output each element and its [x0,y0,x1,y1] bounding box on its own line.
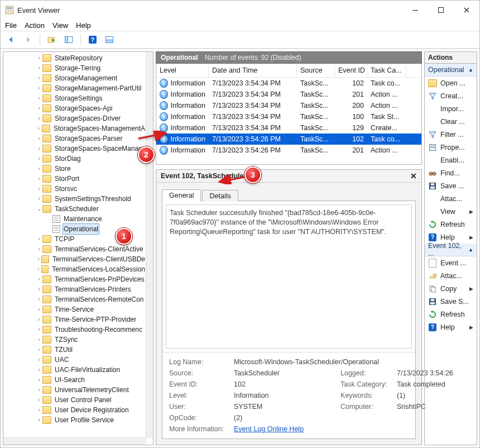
tree-node[interactable]: ›Troubleshooting-Recommenc [3,325,146,335]
tree-node[interactable]: ›UI-Search [3,375,146,385]
grid-body[interactable]: iInformation7/13/2023 3:54:34 PMTaskSc..… [156,78,421,164]
tree-node[interactable]: ›TerminalServices-ClientActive [3,244,146,254]
moreinfo-link[interactable]: Event Log Online Help [234,425,304,433]
actions-item[interactable]: Filter ... [425,128,477,141]
expand-toggle[interactable]: › [36,134,42,144]
actions-item[interactable]: Attac... [425,192,477,205]
menu-help[interactable]: Help [76,21,91,30]
table-row[interactable]: iInformation7/13/2023 3:54:34 PMTaskSc..… [156,100,421,111]
tree-node[interactable]: ›StorageManagement [3,73,146,83]
event-grid[interactable]: Level Date and Time Source Event ID Task… [156,64,422,165]
tree-node[interactable]: ›User Control Panel [3,395,146,405]
tree-node[interactable]: ›StorageSpaces-SpaceManag [3,144,146,154]
tree-node[interactable]: ›StorageSettings [3,93,146,103]
actions-item[interactable]: View▶ [425,205,477,218]
table-row[interactable]: iInformation7/13/2023 3:54:34 PMTaskSc..… [156,122,421,134]
expand-toggle[interactable]: › [36,113,42,123]
show-tree-button[interactable] [45,32,59,47]
expand-toggle[interactable]: › [36,244,42,254]
tree-node[interactable]: ›Time-Service-PTP-Provider [3,314,146,325]
actions-item[interactable]: Save S... [425,295,477,308]
expand-toggle[interactable]: › [36,375,42,385]
actions-item[interactable]: Clear ... [425,115,477,128]
tree-node[interactable]: ›StorPort [3,174,146,184]
column-level[interactable]: Level [156,64,209,77]
actions-item[interactable]: Find... [425,166,477,179]
maximize-button[interactable] [428,1,454,20]
expand-toggle[interactable]: › [36,385,42,395]
expand-toggle[interactable]: › [36,355,42,365]
tree-node[interactable]: ›UniversalTelemetryClient [3,385,146,395]
expand-toggle[interactable]: › [36,184,42,194]
actions-item[interactable]: Enabl... [425,154,477,166]
table-row[interactable]: iInformation7/13/2023 3:54:26 PMTaskSc..… [156,134,421,145]
tree-node[interactable]: ›TZSync [3,335,146,345]
tree-node[interactable]: ›StorageSpaces-Driver [3,113,146,123]
help-button[interactable]: ? [85,32,100,47]
actions-item[interactable]: Save ... [425,179,477,192]
tree-node[interactable]: ›UAC-FileVirtualization [3,365,146,375]
expand-toggle[interactable]: › [36,264,41,274]
actions-item[interactable]: Attac... [425,269,477,282]
expand-toggle[interactable]: › [36,395,42,405]
table-row[interactable]: iInformation7/13/2023 3:54:34 PMTaskSc..… [156,111,421,122]
tree-node[interactable]: ⌄TaskScheduler [3,204,146,214]
column-category[interactable]: Task Ca... [367,64,406,77]
expand-toggle[interactable]: › [36,325,42,335]
tab-general[interactable]: General [162,189,201,201]
column-datetime[interactable]: Date and Time [209,64,297,77]
tree-node[interactable]: ›TerminalServices-RemoteCon [3,294,146,304]
back-button[interactable] [4,32,18,47]
tree-node[interactable]: ›TerminalServices-LocalSession [3,264,146,274]
tree-node[interactable]: ›StorageSpaces-Api [3,103,146,113]
menu-action[interactable]: Action [25,21,45,30]
expand-toggle[interactable]: › [36,103,42,113]
expand-toggle[interactable]: › [36,274,42,284]
menu-file[interactable]: File [5,21,17,30]
tree-view[interactable]: ›StateRepository›Storage-Tiering›Storage… [3,52,146,438]
actions-section-operational[interactable]: Operational ▲ [425,64,477,77]
expand-toggle[interactable]: › [36,53,42,63]
expand-toggle[interactable]: › [36,194,42,204]
actions-item[interactable]: Prope... [425,141,477,154]
expand-toggle[interactable]: ⌄ [36,204,42,214]
actions-section-event[interactable]: Event 102, ... ▲ [425,244,477,256]
tree-node[interactable]: ›UAC [3,355,146,365]
tree-node[interactable]: Maintenance [3,214,146,224]
expand-toggle[interactable]: › [36,314,42,325]
expand-toggle[interactable]: › [36,365,42,375]
scroll-down-button[interactable]: ▼ [146,431,153,438]
expand-toggle[interactable]: › [36,93,42,103]
expand-toggle[interactable]: › [36,284,42,294]
pane-toggle-button[interactable] [61,32,76,47]
detail-close-button[interactable]: ✕ [410,171,417,180]
tree-node[interactable]: ›User Device Registration [3,405,146,415]
tree-node[interactable]: ›TerminalServices-ClientUSBDe [3,254,146,264]
tree-node[interactable]: ›StateRepository [3,53,146,63]
actions-item[interactable]: Open ... [425,77,477,89]
tree-node[interactable]: ›StorDiag [3,154,146,164]
minimize-button[interactable] [402,1,428,20]
expand-toggle[interactable]: › [36,335,42,345]
actions-item[interactable]: Event ... [425,256,477,269]
actions-item[interactable]: Refresh [425,308,477,321]
table-row[interactable]: iInformation7/13/2023 3:54:26 PMTaskSc..… [156,145,421,156]
expand-toggle[interactable]: › [36,73,42,83]
actions-item[interactable]: Copy▶ [425,282,477,295]
tree-node[interactable]: ›User Profile Service [3,415,146,425]
title-bar[interactable]: Event Viewer [1,1,479,20]
tree-node[interactable]: ›TerminalServices-PnPDevices [3,274,146,284]
expand-toggle[interactable]: › [36,415,42,425]
expand-toggle[interactable]: › [36,254,41,264]
expand-toggle[interactable]: › [36,174,42,184]
expand-toggle[interactable]: › [36,144,42,154]
expand-toggle[interactable]: › [36,345,42,355]
expand-toggle[interactable]: › [36,164,42,174]
tree-node[interactable]: ›TerminalServices-Printers [3,284,146,294]
expand-toggle[interactable]: › [36,294,42,304]
table-row[interactable]: iInformation7/13/2023 3:54:34 PMTaskSc..… [156,89,421,100]
tree-node[interactable]: ›Storsvc [3,184,146,194]
expand-toggle[interactable]: › [36,83,42,93]
expand-toggle[interactable]: › [36,123,42,134]
tree-node[interactable]: ›Storage-Tiering [3,63,146,73]
